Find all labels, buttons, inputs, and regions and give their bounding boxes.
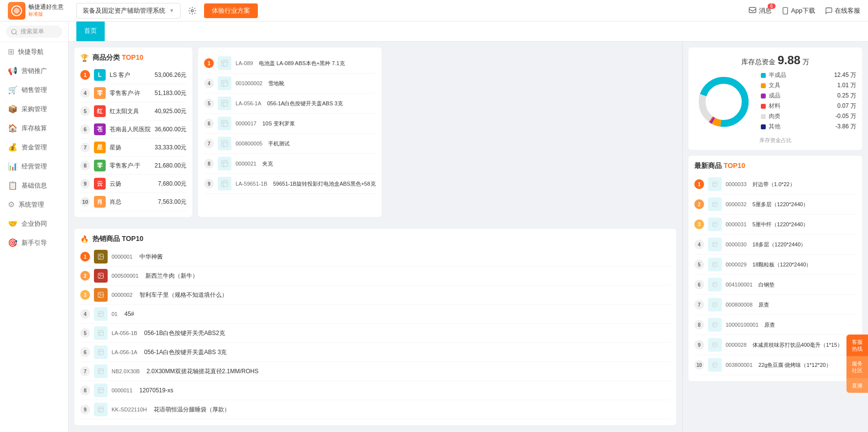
svg-rect-18 bbox=[98, 312, 104, 317]
product-thumb bbox=[708, 177, 722, 191]
sidebar-item-operations[interactable]: 📊 经营管理 bbox=[0, 157, 68, 176]
rank-badge: 4 bbox=[80, 309, 90, 319]
product-rank-item: 9 LA-59651-1B 59651-1B旋转投影灯电池盒ABS黑色+58克 bbox=[204, 174, 375, 194]
system-selector[interactable]: 装备及固定资产辅助管理系统 ▼ bbox=[76, 3, 181, 19]
system-icon: ⚙ bbox=[8, 200, 15, 209]
sidebar-item-basic[interactable]: 📋 基础信息 bbox=[0, 176, 68, 195]
sidebar-item-purchase[interactable]: 📦 采购管理 bbox=[0, 99, 68, 119]
product-code: 003800001 bbox=[726, 362, 753, 368]
tab-home[interactable]: 首页 bbox=[76, 22, 105, 41]
live-stream-button[interactable]: 直播 bbox=[846, 378, 868, 393]
product-name: 18多层（1220*2440） bbox=[753, 241, 856, 248]
sidebar-item-inventory[interactable]: 🏠 库存核算 bbox=[0, 119, 68, 138]
product-code: LA-056-1B bbox=[112, 330, 137, 336]
svg-rect-35 bbox=[713, 303, 717, 307]
svg-rect-7 bbox=[222, 100, 228, 106]
trial-button[interactable]: 体验行业方案 bbox=[204, 3, 258, 18]
inventory-subtitle: 库存资金占比 bbox=[694, 137, 856, 144]
hot-product-item: 8 0000011 12070519-xs bbox=[80, 381, 670, 400]
product-thumb bbox=[708, 238, 722, 251]
rank-badge: 5 bbox=[694, 260, 704, 269]
svg-rect-19 bbox=[98, 331, 104, 336]
customer-value: 21,680.00元 bbox=[155, 162, 186, 170]
purchase-icon: 📦 bbox=[8, 104, 18, 114]
svg-rect-21 bbox=[98, 369, 104, 374]
customer-name: 云扬 bbox=[110, 180, 154, 188]
rank-badge: 4 bbox=[694, 240, 704, 249]
sidebar-item-label: 企业协同 bbox=[22, 219, 47, 228]
product-thumb bbox=[708, 197, 722, 211]
rank-badge: 1 bbox=[80, 70, 90, 80]
content-area: 🏆 商品分类 TOP10 1 L LS 客户 53,006.26元 4 零 零售… bbox=[69, 42, 868, 432]
product-rank-item: 5 LA-056-1A 056-1A白色按键开关盖ABS 3克 bbox=[204, 94, 375, 114]
app-download-button[interactable]: App下载 bbox=[781, 6, 815, 15]
settings-icon[interactable] bbox=[184, 3, 200, 19]
hot-products-list: 1 0000001 中华神酱 2 000500001 新西兰牛肉（新牛） 3 0 bbox=[80, 247, 670, 419]
product-name: 夹克 bbox=[262, 160, 375, 168]
svg-rect-37 bbox=[713, 343, 717, 347]
main-panel: 🏆 商品分类 TOP10 1 L LS 客户 53,006.26元 4 零 零售… bbox=[69, 42, 682, 432]
rank-badge: 3 bbox=[80, 290, 90, 300]
product-code: 0000017 bbox=[235, 120, 256, 126]
guide-icon: 🎯 bbox=[8, 238, 18, 247]
rank-badge: 6 bbox=[694, 280, 704, 289]
sidebar-item-label: 系统管理 bbox=[19, 200, 44, 209]
search-menu-button[interactable]: 搜索菜单 bbox=[6, 25, 62, 38]
product-name: 056-1B白色按键开关壳ABS2克 bbox=[144, 329, 670, 337]
rank-badge: 8 bbox=[204, 159, 214, 168]
customers-list: 1 L LS 客户 53,006.26元 4 零 零售客户·许 51,183.0… bbox=[80, 66, 186, 211]
rank-badge: 2 bbox=[80, 271, 90, 281]
donut-chart-container: 半成品 12.45 万 文具 1.01 万 成品 0.25 万 材料 0.07 … bbox=[694, 71, 856, 133]
product-thumb bbox=[708, 217, 722, 231]
product-name: 59651-1B旋转投影灯电池盒ABS黑色+58克 bbox=[273, 180, 375, 188]
sidebar-item-system[interactable]: ⚙ 系统管理 bbox=[0, 195, 68, 214]
product-thumb bbox=[94, 269, 108, 283]
rank-badge: 6 bbox=[204, 119, 214, 128]
product-thumb bbox=[94, 403, 108, 416]
hot-product-item: 2 000500001 新西兰牛肉（新牛） bbox=[80, 266, 670, 286]
product-name: 2.0X30MM双搓花轴搓花直径2.1MM/ROHS bbox=[146, 367, 670, 376]
hot-product-item: 9 KK-SD22110H 花语萌恒温分腿睡袋（厚款） bbox=[80, 400, 670, 419]
service-community-button[interactable]: 服务社区 bbox=[846, 356, 868, 378]
product-name: 5厘中纤（1220*2440） bbox=[753, 221, 856, 228]
legend-value: -0.05 万 bbox=[835, 112, 856, 120]
rank-badge: 7 bbox=[80, 366, 90, 376]
hot-products-title: 热销商品 TOP10 bbox=[92, 235, 143, 243]
sidebar-item-marketing[interactable]: 📢 营销推广 bbox=[0, 61, 68, 80]
messages-button[interactable]: 消息 6 bbox=[748, 6, 772, 15]
product-name: 花语萌恒温分腿睡袋（厚款） bbox=[154, 406, 670, 414]
avatar: 零 bbox=[94, 160, 106, 171]
inventory-icon: 🏠 bbox=[8, 123, 18, 133]
sidebar-item-nav[interactable]: ⊞ 快捷导航 bbox=[0, 42, 68, 61]
product-thumb bbox=[218, 76, 231, 90]
customer-service-button[interactable]: 客服热线 bbox=[846, 335, 868, 357]
sidebar-item-enterprise[interactable]: 🤝 企业协同 bbox=[0, 214, 68, 233]
sidebar-item-finance[interactable]: 💰 资金管理 bbox=[0, 138, 68, 157]
product-name: 18颗粒板（1220*2440） bbox=[753, 261, 856, 268]
product-thumb bbox=[708, 358, 722, 372]
product-code: 0000032 bbox=[726, 201, 747, 207]
sidebar-item-sales[interactable]: 🛒 销售管理 bbox=[0, 80, 68, 99]
customer-name: LS 客户 bbox=[110, 71, 151, 79]
legend-item: 成品 0.25 万 bbox=[761, 92, 856, 100]
avatar: 星 bbox=[94, 142, 106, 153]
finance-icon: 💰 bbox=[8, 143, 18, 152]
product-code: 0000033 bbox=[726, 181, 747, 187]
product-code: NB2.0X30B bbox=[112, 368, 139, 374]
hot-products-card: 🔥 热销商品 TOP10 1 0000001 中华神酱 2 000500001 … bbox=[74, 229, 676, 425]
product-name: 056-1A白色按键开关盖ABS 3克 bbox=[267, 100, 376, 107]
customer-item: 5 红 红太阳文具 40,925.00元 bbox=[80, 102, 186, 120]
legend-name: 材料 bbox=[769, 102, 834, 110]
online-service-button[interactable]: 在线客服 bbox=[825, 6, 860, 15]
avatar: 红 bbox=[94, 105, 106, 117]
product-thumb bbox=[218, 96, 231, 110]
rank-badge: 9 bbox=[80, 405, 90, 414]
legend-dot bbox=[761, 104, 766, 109]
sales-icon: 🛒 bbox=[8, 85, 18, 95]
sidebar-item-guide[interactable]: 🎯 新手引导 bbox=[0, 233, 68, 252]
svg-point-1 bbox=[191, 9, 194, 12]
customer-name: 苍南县人民医院 bbox=[110, 125, 151, 134]
svg-rect-29 bbox=[713, 182, 717, 187]
svg-rect-5 bbox=[222, 60, 228, 66]
product-name: 原查 bbox=[758, 301, 856, 309]
